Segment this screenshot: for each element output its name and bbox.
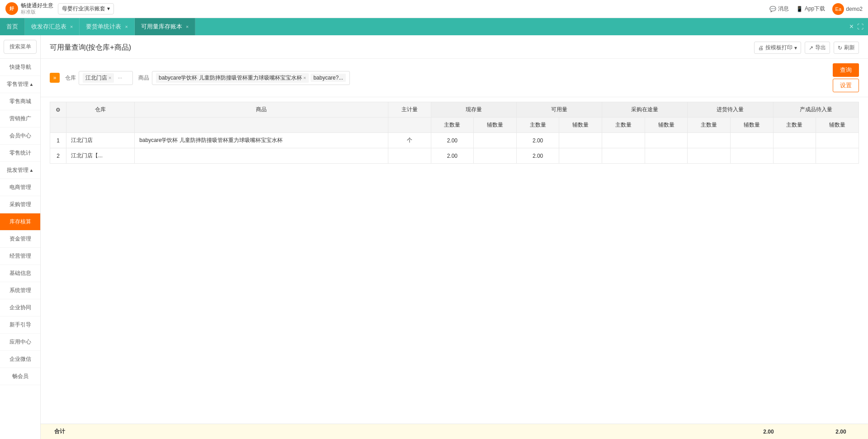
td-index: 1 <box>50 133 66 148</box>
query-btn[interactable]: 查询 <box>833 63 859 77</box>
warehouse-more-btn[interactable]: ··· <box>116 75 124 81</box>
tab-home[interactable]: 首页 <box>0 18 25 35</box>
td-current-main: 2.00 <box>431 133 474 148</box>
td-purchase-main <box>602 133 645 148</box>
top-bar-left: 好 畅捷通好生意 标准版 母婴行业演示账套 ▾ <box>5 2 114 15</box>
app-download-btn[interactable]: 📱 App下载 <box>796 5 825 13</box>
expand-btn[interactable]: ⛶ <box>857 23 863 30</box>
sidebar-item-wholesale[interactable]: 批发管理 ▲ <box>0 162 40 179</box>
sidebar-item-marketing[interactable]: 营销推广 <box>0 110 40 127</box>
th-product: 商品 <box>135 102 388 118</box>
page-container: 可用量查询(按仓库+商品) 🖨 按模板打印 ▾ ↗ 导出 ↻ 刷新 <box>41 35 868 439</box>
org-selector[interactable]: 母婴行业演示账套 ▾ <box>58 3 114 14</box>
template-print-btn[interactable]: 🖨 按模板打印 ▾ <box>754 42 801 54</box>
tab-available-close[interactable]: × <box>186 24 189 29</box>
th-warehouse: 仓库 <box>66 102 135 118</box>
tab-receive-summary[interactable]: 收发存汇总表 × <box>25 18 80 35</box>
footer-available-main: 2.00 <box>823 429 859 435</box>
sidebar-item-inventory[interactable]: 库存核算 <box>0 213 40 231</box>
logo-area: 好 畅捷通好生意 标准版 <box>5 2 53 15</box>
td-production-main <box>773 133 816 148</box>
sidebar-item-basic-info[interactable]: 基础信息 <box>0 265 40 282</box>
sidebar-item-enterprise-wechat[interactable]: 企业微信 <box>0 351 40 368</box>
warehouse-filter: 仓库 江北门店 × ··· <box>65 71 133 85</box>
sidebar-item-member-center[interactable]: 会员中心 <box>0 127 40 145</box>
th-current-aux: 辅数量 <box>474 118 517 133</box>
tab-available-label: 可用量库存账本 <box>141 23 182 31</box>
sidebar-item-retail-mall[interactable]: 零售商城 <box>0 93 40 110</box>
filter-toggle-btn[interactable]: » <box>50 73 60 83</box>
content-area: 可用量查询(按仓库+商品) 🖨 按模板打印 ▾ ↗ 导出 ↻ 刷新 <box>41 35 868 439</box>
td-index: 2 <box>50 148 66 164</box>
td-current-main: 2.00 <box>431 148 474 164</box>
sidebar: 搜索菜单 快捷导航 零售管理 ▲ 零售商城 营销推广 会员中心 零售统计 批发管… <box>0 35 41 439</box>
sidebar-item-app-center[interactable]: 应用中心 <box>0 334 40 351</box>
td-inbound-aux <box>730 148 773 164</box>
table-container: ⚙ 仓库 商品 主计量 现存量 可用量 采购在途量 进货待入量 产成品待入量 <box>41 102 868 173</box>
sidebar-item-quick-nav[interactable]: 快捷导航 <box>0 59 40 76</box>
chevron-icon-2: ▲ <box>29 168 34 173</box>
sidebar-item-ecommerce[interactable]: 电商管理 <box>0 179 40 196</box>
export-icon: ↗ <box>809 45 813 51</box>
chevron-down-icon-print: ▾ <box>794 45 797 51</box>
search-menu-btn[interactable]: 搜索菜单 <box>4 40 37 54</box>
sidebar-item-finance[interactable]: 资金管理 <box>0 231 40 248</box>
logo-icon: 好 <box>5 2 18 15</box>
th-purchase-aux: 辅数量 <box>645 118 688 133</box>
table-row: 2 江北门店【... 2.00 2.00 <box>50 148 859 164</box>
product-input[interactable]: babycare学饮杯 儿童防摔防撞吸管杯重力球吸嘴杯宝宝水杯 × babyca… <box>152 71 350 85</box>
th-purchase-transit: 采购在途量 <box>602 102 688 118</box>
th-product-sub <box>135 118 388 133</box>
message-label: 消息 <box>778 5 789 13</box>
th-unit: 主计量 <box>388 102 431 118</box>
warehouse-remove-btn[interactable]: × <box>108 75 111 80</box>
nav-tabs: 首页 收发存汇总表 × 要货单统计表 × 可用量库存账本 × × ⛶ <box>0 18 868 35</box>
sidebar-item-retail-mgmt[interactable]: 零售管理 ▲ <box>0 76 40 93</box>
td-purchase-main <box>602 148 645 164</box>
th-current-main: 主数量 <box>431 118 474 133</box>
footer-total: 合计 2.00 2.00 <box>41 424 868 439</box>
warehouse-input[interactable]: 江北门店 × ··· <box>79 71 133 85</box>
nav-tab-right: × ⛶ <box>845 18 868 35</box>
sidebar-item-purchase[interactable]: 采购管理 <box>0 196 40 213</box>
settings-filter-btn[interactable]: 设置 <box>833 79 859 92</box>
logo-sub: 标准版 <box>21 9 53 15</box>
avatar: Ea <box>832 3 844 15</box>
inventory-table: ⚙ 仓库 商品 主计量 现存量 可用量 采购在途量 进货待入量 产成品待入量 <box>50 102 859 164</box>
sidebar-item-operations[interactable]: 经营管理 <box>0 248 40 265</box>
tab-receive-close[interactable]: × <box>70 24 73 29</box>
tab-available-inventory[interactable]: 可用量库存账本 × <box>135 18 195 35</box>
export-btn[interactable]: ↗ 导出 <box>805 42 830 54</box>
sidebar-item-enterprise-collab[interactable]: 企业协同 <box>0 299 40 316</box>
th-unit-sub <box>388 118 431 133</box>
th-settings[interactable]: ⚙ <box>50 102 66 118</box>
sidebar-item-retail-stats[interactable]: 零售统计 <box>0 145 40 162</box>
product-tag-1: babycare学饮杯 儿童防摔防撞吸管杯重力球吸嘴杯宝宝水杯 × <box>156 73 309 83</box>
th-available: 可用量 <box>516 102 602 118</box>
template-print-label: 按模板打印 <box>765 44 793 52</box>
sidebar-item-chang-member[interactable]: 畅会员 <box>0 368 40 385</box>
close-all-tabs-btn[interactable]: × <box>849 23 854 31</box>
tab-order-close[interactable]: × <box>125 24 127 29</box>
td-production-aux <box>816 133 859 148</box>
user-area[interactable]: Ea demo2 <box>832 3 863 15</box>
product-tag-1-remove[interactable]: × <box>303 75 306 80</box>
product-label: 商品 <box>138 74 149 82</box>
filter-bar: » 仓库 江北门店 × ··· 商品 babycare <box>41 59 868 97</box>
th-purchase-main: 主数量 <box>602 118 645 133</box>
th-settings-sub <box>50 118 66 133</box>
refresh-btn[interactable]: ↻ 刷新 <box>834 42 859 54</box>
sidebar-item-beginner-guide[interactable]: 新手引导 <box>0 316 40 334</box>
page-actions: 🖨 按模板打印 ▾ ↗ 导出 ↻ 刷新 <box>754 42 859 54</box>
message-btn[interactable]: 💬 消息 <box>769 5 789 13</box>
product-tag-2-text: babycare?... <box>313 75 343 81</box>
tab-order-stats[interactable]: 要货单统计表 × <box>80 18 134 35</box>
sidebar-item-system[interactable]: 系统管理 <box>0 282 40 299</box>
td-unit <box>388 148 431 164</box>
td-product: babycare学饮杯 儿童防摔防撞吸管杯重力球吸嘴杯宝宝水杯 <box>135 133 388 148</box>
th-warehouse-sub <box>66 118 135 133</box>
th-production-main: 主数量 <box>773 118 816 133</box>
th-inbound-pending: 进货待入量 <box>688 102 773 118</box>
td-inbound-aux <box>730 133 773 148</box>
td-available-aux <box>559 148 602 164</box>
